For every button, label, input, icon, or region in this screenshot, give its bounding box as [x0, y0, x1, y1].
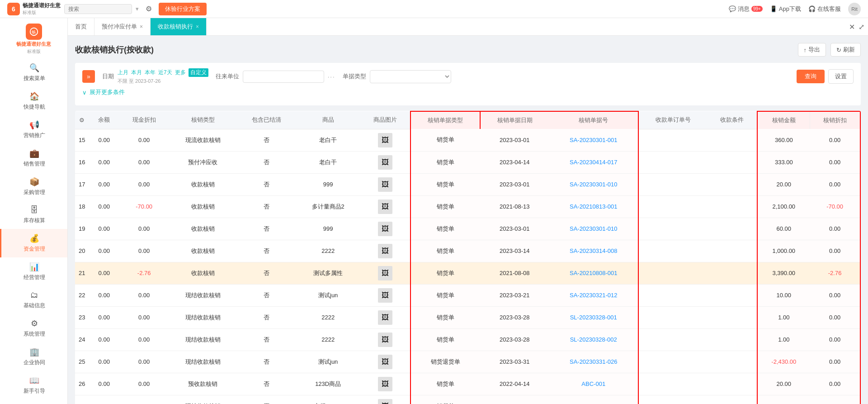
doc-no-link[interactable]: ABC-001 — [581, 380, 605, 387]
sidebar-item-enterprise[interactable]: 🏢 企业协同 — [0, 342, 67, 371]
doc-no-link[interactable]: SA-20210813-001 — [570, 203, 618, 210]
source-dots[interactable]: ··· — [328, 73, 335, 80]
sidebar-item-operations[interactable]: 📊 经营管理 — [0, 257, 67, 286]
filter-bar: » 日期 上月 本月 本年 近7天 更多 自定义 — [75, 63, 861, 105]
sidebar-item-finance[interactable]: 💰 资金管理 — [0, 229, 67, 257]
th-settings[interactable]: ⚙ — [75, 111, 89, 129]
tab-receipt[interactable]: 收款核销执行 × — [151, 18, 207, 35]
doc-no-link[interactable]: SL-20230328-001 — [570, 314, 617, 321]
doc-no-link[interactable]: SA-20230301-001 — [570, 137, 618, 143]
doc-no-cell[interactable]: SL-20230408-001 — [549, 395, 638, 404]
date-7days[interactable]: 近7天 — [158, 69, 172, 76]
message-action[interactable]: 💬 消息 99+ — [729, 5, 763, 13]
doc-type-cell: 销货单 — [410, 284, 480, 306]
doc-no-cell[interactable]: SA-20230331-026 — [549, 351, 638, 373]
doc-no-cell[interactable]: ABC-001 — [549, 373, 638, 395]
inventory-icon: 🗄 — [30, 205, 38, 215]
sidebar-item-guide[interactable]: 📖 新手引导 — [0, 371, 67, 399]
type-select[interactable] — [370, 70, 451, 83]
date-custom[interactable]: 自定义 — [189, 68, 208, 77]
logo-sub: 标准版 — [27, 48, 41, 55]
table-row: 160.000.00预付冲应收否老白干🖼销货单2023-04-14SA-2023… — [75, 151, 860, 173]
query-button[interactable]: 查询 — [797, 70, 825, 83]
date-last-month[interactable]: 上月 — [118, 69, 128, 76]
date-hint: 不限 至 2023-07-26 — [118, 78, 208, 85]
solution-button[interactable]: 休验行业方案 — [159, 3, 207, 15]
doc-date-cell: 2023-03-21 — [480, 284, 549, 306]
th-balance: 余额 — [89, 111, 119, 129]
page-title: 收款核销执行(按收款) — [75, 44, 154, 55]
date-options-row: 上月 本月 本年 近7天 更多 自定义 — [118, 68, 208, 77]
online-service-action[interactable]: 🎧 在线客服 — [808, 5, 841, 13]
tab-home[interactable]: 首页 — [68, 18, 94, 35]
date-more[interactable]: 更多 — [175, 69, 186, 76]
sidebar-item-quicknav[interactable]: 🏠 快捷导航 — [0, 87, 67, 115]
th-receipt-condition: 收款条件 — [708, 111, 758, 129]
sidebar-item-purchase[interactable]: 📦 采购管理 — [0, 172, 67, 201]
top-bar-right: 💬 消息 99+ 📱 App下载 🎧 在线客服 Rit — [729, 3, 861, 15]
doc-no-link[interactable]: SA-20210808-001 — [570, 270, 618, 276]
table-row: 210.00-2.76收款核销否测试多属性🖼销货单2021-08-08SA-20… — [75, 262, 860, 284]
doc-no-link[interactable]: SA-20230414-017 — [570, 159, 618, 166]
sidebar-item-system[interactable]: ⚙ 系统管理 — [0, 314, 67, 342]
doc-date-cell: 2023-03-31 — [480, 351, 549, 373]
doc-no-cell[interactable]: SA-20210808-001 — [549, 262, 638, 284]
doc-no-cell[interactable]: SA-20230301-001 — [549, 129, 638, 151]
table-row: 180.00-70.00收款核销否多计量商品2🖼销货单2021-08-13SA-… — [75, 195, 860, 218]
doc-no-cell[interactable]: SA-20230414-017 — [549, 151, 638, 173]
doc-no-cell[interactable]: SL-20230328-002 — [549, 328, 638, 351]
refresh-button[interactable]: ↻ 刷新 — [830, 43, 861, 57]
source-input[interactable] — [243, 71, 324, 83]
product-image-cell: 🖼 — [360, 351, 410, 373]
doc-no-link[interactable]: SA-20230321-012 — [570, 292, 618, 299]
gear-button[interactable]: ⚙ — [142, 3, 155, 15]
doc-date-cell: 2023-03-01 — [480, 129, 549, 151]
table-row: 230.000.00现结收款核销否2222🖼销货单2023-03-28SL-20… — [75, 306, 860, 328]
tab-prepay[interactable]: 预付冲应付单 × — [94, 18, 151, 35]
user-menu[interactable]: Rit — [848, 3, 861, 15]
export-button[interactable]: ↑ 导出 — [798, 43, 826, 57]
filter-right-group: 查询 设置 — [797, 69, 854, 84]
sidebar-item-sales[interactable]: 💼 销售管理 — [0, 144, 67, 172]
amount-cell: 360.00 — [757, 129, 810, 151]
doc-no-link[interactable]: SA-20230314-008 — [570, 247, 618, 254]
doc-no-link[interactable]: SA-20230331-026 — [570, 358, 618, 365]
filter-expand-button[interactable]: » — [82, 70, 95, 83]
sidebar-item-search[interactable]: 🔍 搜索菜单 — [0, 58, 67, 87]
purchase-icon: 📦 — [29, 177, 39, 187]
amount-cell: -2,430.00 — [757, 351, 810, 373]
doc-no-cell[interactable]: SA-20230301-010 — [549, 218, 638, 240]
tab-receipt-close[interactable]: × — [196, 24, 199, 30]
top-bar-left: 6 畅捷通谱好生意 标准版 ▾ ⚙ 休验行业方案 — [7, 2, 723, 16]
tab-expand-button[interactable]: ⤢ — [859, 23, 864, 31]
expand-conditions-btn[interactable]: ∨ 展开更多条件 — [82, 88, 854, 96]
sidebar-item-hardware[interactable]: 🖥 智能硬件 — [0, 399, 67, 404]
doc-no-link[interactable]: SL-20230328-002 — [570, 336, 617, 343]
doc-date-cell: 2021-08-13 — [480, 195, 549, 218]
basic-icon: 🗂 — [30, 290, 38, 300]
doc-no-link[interactable]: SA-20230301-010 — [570, 181, 618, 188]
doc-no-cell[interactable]: SA-20210813-001 — [549, 195, 638, 218]
app-download-action[interactable]: 📱 App下载 — [770, 5, 801, 13]
doc-date-cell: 2023-03-01 — [480, 218, 549, 240]
doc-no-cell[interactable]: SL-20230328-001 — [549, 306, 638, 328]
type-filter-group: 单据类型 — [343, 70, 451, 83]
sidebar-item-basic[interactable]: 🗂 基础信息 — [0, 286, 67, 314]
enterprise-icon: 🏢 — [29, 347, 39, 357]
sidebar-item-inventory[interactable]: 🗄 库存核算 — [0, 201, 67, 229]
doc-no-cell[interactable]: SA-20230301-010 — [549, 173, 638, 195]
date-this-year[interactable]: 本年 — [145, 69, 156, 76]
date-this-month[interactable]: 本月 — [131, 69, 142, 76]
setting-button[interactable]: 设置 — [828, 69, 854, 84]
page-header: 收款核销执行(按收款) ↑ 导出 ↻ 刷新 — [75, 43, 861, 57]
user-avatar: Rit — [848, 3, 861, 15]
filter-row: » 日期 上月 本月 本年 近7天 更多 自定义 — [82, 68, 854, 85]
doc-no-cell[interactable]: SA-20230314-008 — [549, 240, 638, 262]
sidebar-item-marketing[interactable]: 📢 营销推广 — [0, 115, 67, 144]
tab-close-button[interactable]: ✕ — [849, 23, 855, 31]
doc-no-link[interactable]: SA-20230301-010 — [570, 225, 618, 232]
search-input[interactable] — [64, 4, 132, 14]
doc-type-cell: 销货单 — [410, 373, 480, 395]
tab-prepay-close[interactable]: × — [140, 24, 143, 30]
doc-no-cell[interactable]: SA-20230321-012 — [549, 284, 638, 306]
